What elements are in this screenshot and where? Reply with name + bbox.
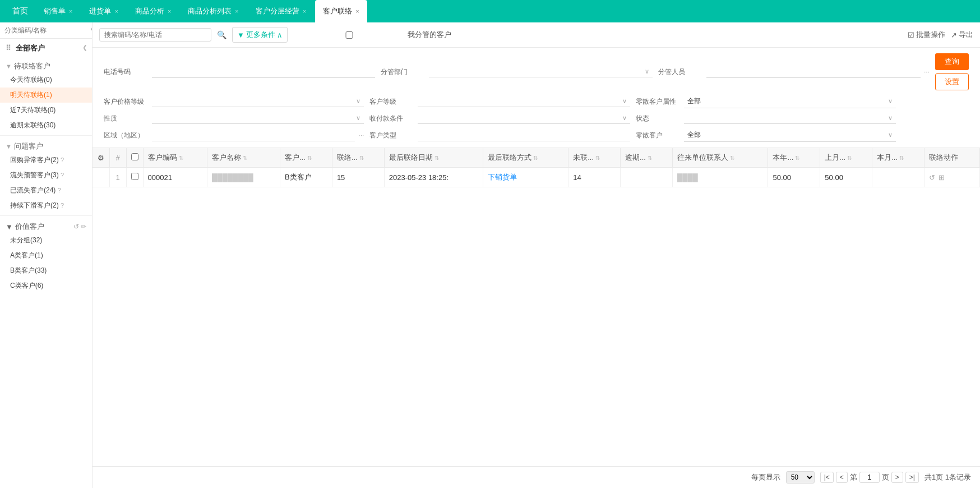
sidebar-item-repurchase-anomaly[interactable]: 回购异常客户(2) ?	[0, 153, 92, 168]
col-contact[interactable]: 联络... ⇅	[332, 148, 384, 168]
col-gear[interactable]: ⚙	[93, 148, 109, 168]
filter-scatter-attr-value: 全部	[687, 96, 701, 106]
table-body: 1 000021 ████████ B类客户 15 2023-05-23 18:…	[93, 168, 980, 187]
filter-customer-level: 客户等级 ∨	[369, 96, 630, 107]
filter-person-input[interactable]	[706, 66, 921, 78]
sidebar-value-icons: ↺ ✏	[73, 223, 86, 231]
set-button[interactable]: 设置	[935, 73, 969, 90]
filter-price-level-select[interactable]: ∨	[152, 96, 364, 107]
filter-scatter-customer-chevron: ∨	[888, 131, 893, 139]
sidebar-value-edit-icon[interactable]: ✏	[81, 223, 86, 231]
filter-status-label: 状态	[636, 114, 681, 123]
export-icon: ↗	[951, 31, 957, 39]
col-last-month[interactable]: 上月... ⇅	[820, 148, 872, 168]
filter-region-dots[interactable]: ···	[358, 131, 364, 139]
col-type[interactable]: 客户... ⇅	[280, 148, 332, 168]
sidebar-item-churn-warning[interactable]: 流失预警客户(3) ?	[0, 168, 92, 183]
sidebar-all-customers[interactable]: ⠿ 全部客户 《	[0, 39, 92, 58]
filter-customer-type-input[interactable]	[418, 130, 630, 141]
filter-phone-input[interactable]	[152, 66, 375, 78]
sidebar-item-overdue[interactable]: 逾期未联络(30)	[0, 118, 92, 133]
more-filter-button[interactable]: ▼ 更多条件 ∧	[232, 27, 288, 43]
sidebar-search-input[interactable]	[4, 26, 89, 34]
page-next-button[interactable]: >	[891, 472, 903, 483]
sidebar-item-class-c[interactable]: C类客户(6)	[0, 278, 92, 293]
col-this-year[interactable]: 本年... ⇅	[768, 148, 820, 168]
filter-phone-label: 电话号码	[104, 67, 149, 77]
nav-tab-purchase-close[interactable]: ×	[114, 8, 118, 15]
filter-customer-level-select[interactable]: ∨	[418, 96, 630, 107]
filter-region-input[interactable]	[152, 130, 355, 141]
sidebar-item-today[interactable]: 今天待联络(0)	[0, 72, 92, 88]
nav-tab-sales[interactable]: 销售单 ×	[36, 0, 80, 22]
row-num: 1	[109, 168, 126, 187]
sidebar-item-7days[interactable]: 近7天待联络(0)	[0, 103, 92, 118]
nav-tab-analysis[interactable]: 商品分析 ×	[127, 0, 179, 22]
row-last-method-link[interactable]: 下销货单	[488, 173, 517, 181]
search-input[interactable]	[99, 28, 211, 42]
main-layout: 🔍 ⠿ 全部客户 《 ▼ 待联络客户 今天待联络(0) 明天待联络(1) 近7天…	[0, 22, 980, 488]
filter-payment-select[interactable]: ∨	[418, 113, 630, 124]
page-first-button[interactable]: |<	[820, 472, 834, 483]
filter-dept-select[interactable]: ∨	[429, 66, 652, 77]
my-customers-check[interactable]: 我分管的客户	[293, 30, 451, 40]
filter-person: 分管人员 ···	[658, 66, 930, 78]
filter-scatter-attr-select[interactable]: 全部 ∨	[684, 95, 896, 108]
col-uncontacted[interactable]: 未联... ⇅	[568, 148, 621, 168]
sidebar-item-class-b[interactable]: B类客户(33)	[0, 263, 92, 278]
row-last-method[interactable]: 下销货单	[483, 168, 568, 187]
page-last-button[interactable]: >|	[905, 472, 919, 483]
nav-tab-analysis-close[interactable]: ×	[168, 8, 171, 15]
col-unit-contact[interactable]: 往来单位联系人 ⇅	[672, 148, 768, 168]
filter-nature-select[interactable]: ∨	[152, 113, 364, 124]
nav-tab-purchase[interactable]: 进货单 ×	[81, 0, 126, 22]
filter-person-dots[interactable]: ···	[924, 68, 930, 76]
my-customers-checkbox[interactable]	[293, 31, 405, 39]
row-action-grid-icon[interactable]: ⊞	[939, 173, 945, 182]
filter-status-select[interactable]: ∨	[684, 113, 896, 124]
col-last-method[interactable]: 最后联络方式 ⇅	[483, 148, 568, 168]
col-code[interactable]: 客户编码 ⇅	[143, 148, 207, 168]
filter-scatter-customer-select[interactable]: 全部 ∨	[684, 128, 896, 142]
row-name: ████████	[207, 168, 280, 187]
nav-tab-sales-close[interactable]: ×	[69, 8, 72, 15]
sidebar-value-refresh-icon[interactable]: ↺	[73, 223, 79, 231]
nav-tab-analysis-list[interactable]: 商品分析列表 ×	[180, 0, 246, 22]
col-name[interactable]: 客户名称 ⇅	[207, 148, 280, 168]
filter-row-2: 客户价格等级 ∨ 客户等级 ∨ 零散客户属性 全部	[104, 95, 969, 108]
query-button[interactable]: 查询	[935, 53, 969, 70]
sort-uncontacted-icon: ⇅	[595, 155, 600, 161]
sidebar-item-ungrouped[interactable]: 未分组(32)	[0, 233, 92, 248]
nav-tab-customer-layer[interactable]: 客户分层经营 ×	[248, 0, 314, 22]
row-checkbox[interactable]	[131, 173, 138, 180]
row-action-refresh-icon[interactable]: ↺	[929, 173, 935, 182]
sidebar-item-tomorrow[interactable]: 明天待联络(1)	[0, 88, 92, 103]
row-type: B类客户	[280, 168, 332, 187]
col-overdue[interactable]: 逾期... ⇅	[621, 148, 673, 168]
sidebar-item-class-a[interactable]: A类客户(1)	[0, 248, 92, 263]
col-this-month[interactable]: 本月... ⇅	[872, 148, 924, 168]
select-all-checkbox[interactable]	[131, 153, 138, 160]
batch-ops-button[interactable]: ☑ 批量操作	[908, 30, 945, 40]
nav-tab-customer-contact[interactable]: 客户联络 ×	[315, 0, 367, 22]
page-size-select[interactable]: 50 100 200	[786, 471, 815, 484]
nav-tab-analysis-list-close[interactable]: ×	[235, 8, 238, 15]
sidebar-collapse-icon[interactable]: 《	[80, 44, 86, 53]
search-button[interactable]: 🔍	[217, 30, 226, 39]
filter-payment-label: 收付款条件	[369, 114, 414, 123]
filter-dept-label: 分管部门	[381, 67, 426, 77]
nav-home[interactable]: 首页	[6, 0, 35, 22]
nav-tab-customer-layer-close[interactable]: ×	[303, 8, 306, 15]
nav-tab-customer-layer-label: 客户分层经营	[256, 6, 299, 16]
page-prev-button[interactable]: <	[836, 472, 848, 483]
batch-ops-label: 批量操作	[916, 30, 945, 40]
col-last-date[interactable]: 最后联络日期 ⇅	[384, 148, 483, 168]
sort-last-method-icon: ⇅	[533, 155, 538, 161]
sidebar-item-declining[interactable]: 持续下滑客户(2) ?	[0, 198, 92, 213]
filter-price-level-chevron: ∨	[356, 98, 360, 105]
sidebar-item-churned[interactable]: 已流失客户(24) ?	[0, 183, 92, 198]
page-input[interactable]	[859, 472, 880, 483]
nav-tab-customer-contact-close[interactable]: ×	[355, 8, 359, 15]
export-button[interactable]: ↗ 导出	[951, 30, 973, 40]
customer-table: ⚙ # 客户编码 ⇅ 客户名称 ⇅	[93, 148, 980, 187]
